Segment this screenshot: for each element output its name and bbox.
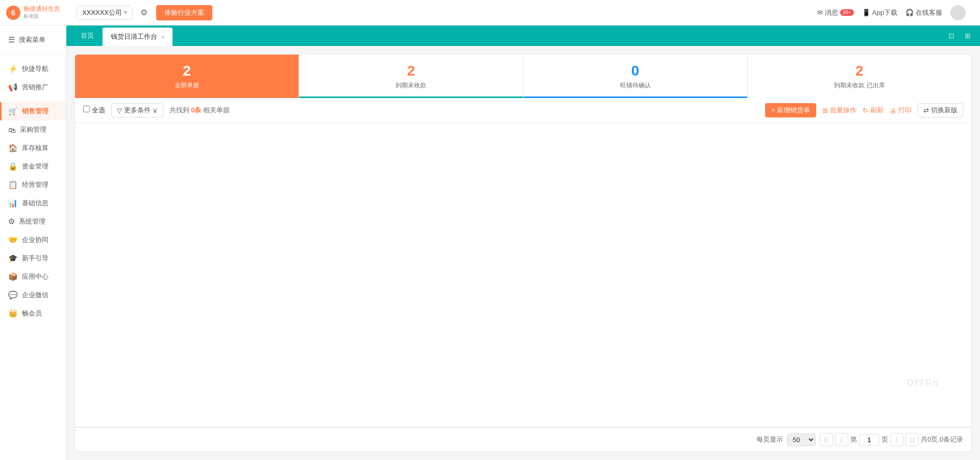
sidebar-item-marketing[interactable]: 📢 营销推广 xyxy=(0,78,66,96)
tab-close-icon[interactable]: × xyxy=(161,34,164,40)
pager-first-button[interactable]: ⟨⟨ xyxy=(820,433,833,446)
sidebar-item-basic[interactable]: 📊 基础信息 xyxy=(0,194,66,212)
sidebar-item-label: 资金管理 xyxy=(22,162,48,171)
stat-label-overdue: 到期未收款 xyxy=(309,81,512,90)
sidebar-item-label: 经营管理 xyxy=(22,180,48,189)
filter-button[interactable]: ▽ 更多条件 ∨ xyxy=(111,103,163,117)
logo-area: 6 畅捷通好生意 标准版 xyxy=(6,5,72,20)
add-sales-button[interactable]: + 新增销货单 xyxy=(765,103,816,117)
found-count: 0条 xyxy=(191,106,201,114)
toolbar: 全选 ▽ 更多条件 ∨ 共找到 0条 相关单据 + 新增销货单 xyxy=(75,98,972,123)
sidebar-item-enterprise[interactable]: 🤝 企业协同 xyxy=(0,231,66,249)
sidebar-item-label: 系统管理 xyxy=(19,217,45,226)
pager-last-button[interactable]: ⟩⟩ xyxy=(905,433,919,446)
company-selector[interactable]: XXXXXX公司 ▾ xyxy=(77,6,133,20)
settings-icon[interactable]: ⚙ xyxy=(137,6,151,20)
sidebar: ☰ 搜索菜单 ⚡ 快捷导航 📢 营销推广 🛒 销售管理 🛍 xyxy=(0,26,66,460)
sidebar-item-label: 新手引导 xyxy=(22,254,48,263)
stat-number-overdue: 2 xyxy=(309,63,512,79)
progress-all xyxy=(75,96,299,98)
sidebar-item-quick-nav[interactable]: ⚡ 快捷导航 xyxy=(0,60,66,78)
refresh-button[interactable]: ↻ 刷新 xyxy=(863,106,884,115)
per-page-select[interactable]: 50 100 200 xyxy=(787,433,816,446)
progress-overdue xyxy=(299,96,523,98)
app-body: ☰ 搜索菜单 ⚡ 快捷导航 📢 营销推广 🛒 销售管理 🛍 xyxy=(0,26,980,460)
tab-bar-right: ⊡ ⊞ xyxy=(945,31,974,41)
sidebar-nav-group: ⚡ 快捷导航 📢 营销推广 xyxy=(0,55,66,102)
sidebar-item-guide[interactable]: 🎓 新手引导 xyxy=(0,249,66,268)
sidebar-item-inventory[interactable]: 🏠 库存核算 xyxy=(0,139,66,157)
batch-operation-button[interactable]: ⊞ 批量操作 xyxy=(822,106,856,115)
top-bar-right: ✉ 消息 99+ 📱 App下载 🎧 在线客服 xyxy=(817,5,974,20)
sidebar-item-label: 搜索菜单 xyxy=(19,35,45,44)
trial-button[interactable]: 体验行业方案 xyxy=(156,5,212,20)
purchase-icon: 🛍 xyxy=(8,126,16,134)
page-label: 第 xyxy=(850,435,857,444)
operations-icon: 📋 xyxy=(8,180,18,189)
search-menu-icon: ☰ xyxy=(8,35,15,44)
sidebar-item-label: 采购管理 xyxy=(20,125,46,134)
sidebar-item-label: 畅会员 xyxy=(22,309,42,318)
basic-icon: 📊 xyxy=(8,199,18,208)
messages-button[interactable]: ✉ 消息 99+ xyxy=(817,8,854,17)
online-service-button[interactable]: 🎧 在线客服 xyxy=(905,8,942,17)
enterprise-icon: 🤝 xyxy=(8,235,18,245)
print-icon: 🖨 xyxy=(890,107,896,114)
tab-expand-icon[interactable]: ⊞ xyxy=(962,31,974,41)
sidebar-item-label: 企业微信 xyxy=(22,290,48,300)
tab-workbench[interactable]: 钱货日清工作台 × xyxy=(103,28,173,46)
select-all-label: 全选 xyxy=(92,106,105,114)
select-all-input[interactable] xyxy=(83,106,90,112)
tab-restore-icon[interactable]: ⊡ xyxy=(945,31,958,41)
sidebar-item-wechat[interactable]: 💬 企业微信 xyxy=(0,286,66,304)
sidebar-item-purchase[interactable]: 🛍 采购管理 xyxy=(0,120,66,139)
sidebar-item-capital[interactable]: 🔒 资金管理 xyxy=(0,157,66,176)
pager-prev-button[interactable]: ⟨ xyxy=(835,433,848,446)
message-icon: ✉ xyxy=(817,9,823,16)
stat-card-all[interactable]: 2 全部单据 xyxy=(75,55,299,98)
quick-nav-icon: ⚡ xyxy=(8,64,18,74)
page-input[interactable] xyxy=(859,434,879,446)
pager-next-button[interactable]: ⟩ xyxy=(890,433,903,446)
download-icon: 📱 xyxy=(862,9,870,16)
print-button[interactable]: 🖨 打印 xyxy=(890,106,912,115)
batch-icon: ⊞ xyxy=(822,107,828,114)
stat-card-shipped[interactable]: 2 到期未收款 已出库 xyxy=(748,55,971,98)
stat-number-shipped: 2 xyxy=(758,63,961,79)
select-all-checkbox[interactable]: 全选 xyxy=(83,106,105,115)
sidebar-item-sales[interactable]: 🛒 销售管理 xyxy=(0,102,66,120)
toolbar-left: 全选 ▽ 更多条件 ∨ 共找到 0条 相关单据 xyxy=(83,103,759,117)
filter-icon: ▽ xyxy=(117,107,122,114)
system-icon: ⚙ xyxy=(8,217,15,226)
chevron-down-icon: ▾ xyxy=(124,9,127,16)
pager-total: 共0页,0条记录 xyxy=(921,435,963,444)
switch-version-button[interactable]: ⇄ 切换新版 xyxy=(918,103,963,117)
content-area: 首页 钱货日清工作台 × ⊡ ⊞ 2 全部单据 2 xyxy=(66,26,980,460)
stat-number-all: 2 xyxy=(85,63,288,79)
stat-number-wangfu: 0 xyxy=(534,63,737,79)
logo-text: 畅捷通好生意 xyxy=(23,5,60,13)
found-text: 共找到 0条 相关单据 xyxy=(169,106,230,115)
sidebar-item-search[interactable]: ☰ 搜索菜单 xyxy=(0,31,66,49)
sidebar-item-app-center[interactable]: 📦 应用中心 xyxy=(0,268,66,286)
sidebar-main-group: 🛒 销售管理 🛍 采购管理 🏠 库存核算 🔒 资金管理 📋 经营管理 📊 xyxy=(0,102,66,323)
company-name: XXXXXX公司 xyxy=(82,8,122,17)
active-indicator xyxy=(0,102,2,120)
sidebar-item-label: 库存核算 xyxy=(22,143,48,153)
sidebar-item-operations[interactable]: 📋 经营管理 xyxy=(0,176,66,194)
app-download-button[interactable]: 📱 App下载 xyxy=(862,8,897,17)
sidebar-item-label: 应用中心 xyxy=(22,272,48,281)
tab-home-label: 首页 xyxy=(81,31,94,40)
toolbar-right: + 新增销货单 ⊞ 批量操作 ↻ 刷新 🖨 打印 ⇄ xyxy=(765,103,963,117)
logo-icon: 6 xyxy=(6,6,20,20)
sidebar-item-system[interactable]: ⚙ 系统管理 xyxy=(0,212,66,231)
sidebar-item-label: 营销推广 xyxy=(22,83,48,92)
tab-home[interactable]: 首页 xyxy=(72,26,103,46)
marketing-icon: 📢 xyxy=(8,83,18,92)
per-page-label: 每页显示 xyxy=(756,435,783,444)
avatar[interactable] xyxy=(950,5,966,20)
progress-shipped xyxy=(748,96,971,98)
stat-card-overdue[interactable]: 2 到期未收款 xyxy=(299,55,523,98)
stat-card-wangfu[interactable]: 0 旺辅待确认 xyxy=(524,55,748,98)
sidebar-item-member[interactable]: 👑 畅会员 xyxy=(0,304,66,323)
